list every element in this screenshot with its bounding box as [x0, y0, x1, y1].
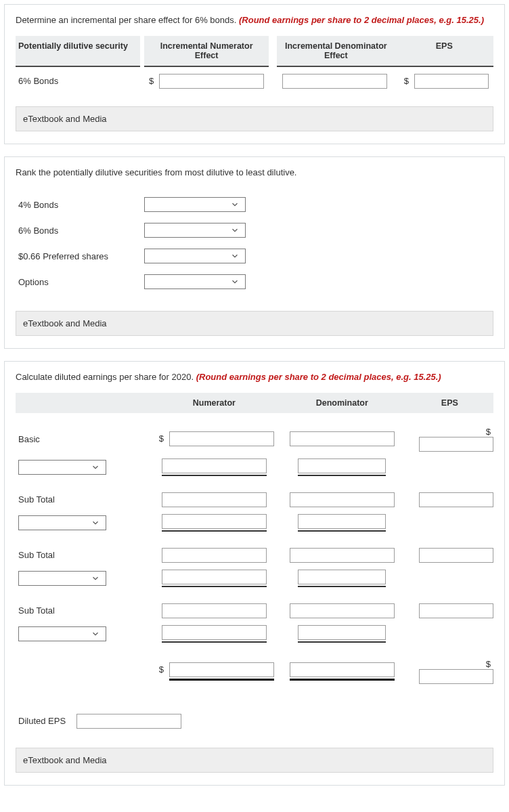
subtotal-eps-input[interactable]	[419, 492, 493, 507]
prompt-text: Determine an incremental per share effec…	[16, 15, 239, 25]
row-label: Diluted EPS	[16, 716, 76, 726]
rank-dropdown[interactable]	[144, 274, 246, 289]
row-basic: Basic $ $	[16, 423, 493, 456]
hdr-blank	[16, 393, 150, 413]
currency-symbol: $	[481, 659, 491, 669]
currency-symbol: $	[144, 76, 154, 86]
row-total: $ $	[16, 655, 493, 688]
etextbook-media-bar[interactable]: eTextbook and Media	[16, 106, 493, 131]
hdr-denominator: Denominator	[278, 393, 406, 413]
etextbook-media-bar[interactable]: eTextbook and Media	[16, 748, 493, 773]
hdr-eps: EPS	[395, 36, 493, 67]
etextbook-media-bar[interactable]: eTextbook and Media	[16, 311, 493, 336]
subtotal-numerator-input[interactable]	[162, 492, 267, 507]
add-row	[16, 622, 493, 645]
currency-symbol: $	[481, 427, 491, 437]
numerator-input[interactable]	[159, 74, 264, 89]
subtotal-eps-input[interactable]	[419, 603, 493, 618]
chevron-down-icon	[91, 518, 100, 528]
chevron-down-icon	[91, 574, 100, 583]
row-label: Basic	[16, 434, 150, 444]
add-denominator-input[interactable]	[298, 625, 386, 640]
add-numerator-input[interactable]	[162, 570, 267, 584]
rank-row: 4% Bonds	[16, 193, 493, 219]
add-denominator-input[interactable]	[298, 458, 386, 473]
rank-row: 6% Bonds	[16, 219, 493, 244]
currency-symbol: $	[399, 76, 409, 86]
chevron-down-icon	[230, 226, 240, 235]
row-subtotal: Sub Total	[16, 488, 493, 511]
rank-label: Options	[16, 277, 144, 287]
diluted-eps-input[interactable]	[76, 714, 181, 729]
add-numerator-input[interactable]	[162, 625, 267, 640]
security-dropdown[interactable]	[18, 515, 106, 530]
prompt: Rank the potentially dilutive securities…	[16, 167, 493, 179]
denominator-input[interactable]	[282, 74, 387, 89]
subtotal-denominator-input[interactable]	[290, 548, 395, 563]
row-label: Sub Total	[16, 494, 150, 505]
subtotal-numerator-input[interactable]	[162, 548, 267, 563]
prompt: Determine an incremental per share effec…	[16, 14, 493, 26]
basic-numerator-input[interactable]	[169, 431, 274, 446]
chevron-down-icon	[230, 200, 240, 209]
rank-row: Options	[16, 270, 493, 296]
total-eps-input[interactable]	[419, 669, 493, 684]
chevron-down-icon	[91, 463, 100, 472]
rank-label: $0.66 Preferred shares	[16, 251, 144, 261]
hdr-security: Potentially dilutive security	[16, 36, 140, 67]
hdr-eps: EPS	[406, 393, 493, 413]
section-6pct-bonds: Determine an incremental per share effec…	[4, 4, 505, 144]
chevron-down-icon	[230, 277, 240, 286]
chevron-down-icon	[91, 629, 100, 639]
etm-label: eTextbook and Media	[23, 755, 107, 765]
rank-row: $0.66 Preferred shares	[16, 244, 493, 270]
section-diluted-eps: Calculate diluted earnings per share for…	[4, 361, 505, 786]
subtotal-denominator-input[interactable]	[290, 492, 395, 507]
basic-eps-input[interactable]	[419, 437, 493, 452]
rank-label: 4% Bonds	[16, 200, 144, 210]
rank-dropdown[interactable]	[144, 223, 246, 238]
etm-label: eTextbook and Media	[23, 114, 107, 124]
row-label: Sub Total	[16, 605, 150, 616]
total-numerator-input[interactable]	[169, 662, 274, 677]
rank-dropdown[interactable]	[144, 197, 246, 212]
rank-label: 6% Bonds	[16, 226, 144, 236]
etm-label: eTextbook and Media	[23, 318, 107, 328]
rank-dropdown[interactable]	[144, 249, 246, 263]
currency-symbol: $	[154, 433, 164, 444]
hdr-numerator: Numerator	[150, 393, 278, 413]
table-header: Numerator Denominator EPS	[16, 393, 493, 413]
table-header: Potentially dilutive security Incrementa…	[16, 36, 493, 67]
add-numerator-input[interactable]	[162, 514, 267, 529]
subtotal-eps-input[interactable]	[419, 548, 493, 563]
row-label: 6% Bonds	[16, 76, 141, 86]
security-dropdown[interactable]	[18, 626, 106, 641]
prompt-note: (Round earnings per share to 2 decimal p…	[196, 372, 441, 382]
currency-symbol: $	[154, 664, 164, 675]
section-rank: Rank the potentially dilutive securities…	[4, 156, 505, 349]
chevron-down-icon	[230, 251, 240, 261]
row-subtotal: Sub Total	[16, 599, 493, 622]
hdr-denominator: Incremental Denominator Effect	[277, 36, 395, 67]
basic-denominator-input[interactable]	[290, 431, 395, 446]
add-denominator-input[interactable]	[298, 514, 386, 529]
subtotal-numerator-input[interactable]	[162, 603, 267, 618]
row-diluted-eps: Diluted EPS	[16, 710, 493, 733]
row-subtotal: Sub Total	[16, 544, 493, 567]
subtotal-denominator-input[interactable]	[290, 603, 395, 618]
row-label: Sub Total	[16, 550, 150, 560]
hdr-numerator: Incremental Numerator Effect	[144, 36, 269, 67]
eps-input[interactable]	[414, 74, 489, 89]
add-row	[16, 456, 493, 479]
security-dropdown[interactable]	[18, 460, 106, 475]
prompt-note: (Round earnings per share to 2 decimal p…	[239, 15, 484, 25]
add-numerator-input[interactable]	[162, 458, 267, 473]
table-row: 6% Bonds $ $	[16, 67, 493, 91]
prompt-text: Calculate diluted earnings per share for…	[16, 372, 196, 382]
add-denominator-input[interactable]	[298, 570, 386, 584]
total-denominator-input[interactable]	[290, 662, 395, 677]
prompt: Calculate diluted earnings per share for…	[16, 371, 493, 383]
add-row	[16, 567, 493, 590]
security-dropdown[interactable]	[18, 571, 106, 586]
add-row	[16, 511, 493, 534]
